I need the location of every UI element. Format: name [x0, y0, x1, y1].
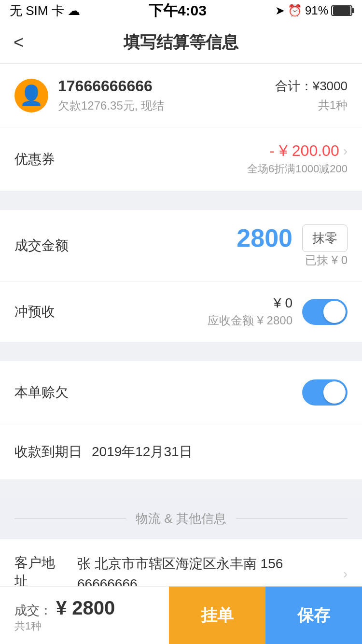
- bendan-toggle-knob: [323, 381, 346, 404]
- bottom-deal-row: 成交： ¥ 2800: [14, 597, 154, 619]
- section-divider-1: [0, 200, 362, 210]
- bendan-row: 本单赊欠: [0, 361, 362, 424]
- chong-toggle-knob: [323, 301, 346, 323]
- address-chevron-icon: ›: [343, 566, 348, 582]
- sep-line-right: [236, 518, 348, 519]
- chong-label: 冲预收: [14, 303, 208, 321]
- nav-bar: < 填写结算等信息: [0, 21, 362, 64]
- location-icon: ➤: [275, 4, 285, 17]
- bottom-deal-sub: 共1种: [14, 619, 154, 633]
- avatar: 👤: [14, 79, 48, 112]
- status-right: ➤ ⏰ 91%: [275, 4, 352, 17]
- deal-amount-value: 2800: [237, 224, 292, 252]
- customer-card: 👤 17666666666 欠款1276.35元, 现结 合计：¥3000 共1…: [0, 64, 362, 191]
- bottom-info: 成交： ¥ 2800 共1种: [0, 587, 169, 644]
- avatar-icon: 👤: [19, 84, 43, 107]
- deal-amount-label: 成交金额: [14, 237, 237, 255]
- sep-line-left: [14, 518, 126, 519]
- coupon-value: - ¥ 200.00: [270, 142, 339, 160]
- chong-sub: 应收金额 ¥ 2800: [208, 313, 292, 328]
- duedate-value: 2019年12月31日: [92, 443, 193, 461]
- coupon-row[interactable]: 优惠券 - ¥ 200.00 › 全场6折满1000减200: [0, 127, 362, 191]
- duedate-label: 收款到期日: [14, 443, 82, 461]
- deal-card: 成交金额 2800 抹零 已抹 ¥ 0 冲预收 ¥ 0 应收金额 ¥ 2800: [0, 210, 362, 342]
- bottom-deal-amount: ¥ 2800: [56, 597, 115, 619]
- section-divider-3: [0, 489, 362, 499]
- logistics-sep: 物流 & 其他信息: [0, 499, 362, 539]
- customer-info: 17666666666 欠款1276.35元, 现结: [58, 77, 275, 113]
- content: 👤 17666666666 欠款1276.35元, 现结 合计：¥3000 共1…: [0, 64, 362, 644]
- battery-percent: 91%: [305, 4, 328, 17]
- status-bar: 无 SIM 卡 ☁ 下午4:03 ➤ ⏰ 91%: [0, 0, 362, 21]
- bendan-label: 本单赊欠: [14, 383, 302, 402]
- deal-sub: 已抹 ¥ 0: [305, 252, 348, 268]
- chong-yushou-row: 冲预收 ¥ 0 应收金额 ¥ 2800: [0, 281, 362, 342]
- status-time: 下午4:03: [149, 1, 207, 21]
- back-button[interactable]: <: [14, 32, 24, 53]
- total-label: 合计：¥3000: [275, 78, 348, 95]
- bendan-toggle[interactable]: [302, 379, 348, 406]
- round-button[interactable]: 抹零: [302, 224, 348, 252]
- customer-total: 合计：¥3000 共1种: [275, 78, 348, 113]
- chong-amount: ¥ 0: [274, 295, 292, 311]
- chong-right: ¥ 0 应收金额 ¥ 2800: [208, 295, 292, 328]
- customer-phone: 17666666666: [58, 77, 275, 95]
- status-left: 无 SIM 卡 ☁: [10, 2, 80, 19]
- page-title: 填写结算等信息: [124, 31, 238, 54]
- coupon-sub: 全场6折满1000减200: [247, 162, 348, 176]
- logistics-text: 物流 & 其他信息: [126, 510, 236, 527]
- coupon-chevron-icon: ›: [343, 143, 348, 159]
- chong-toggle[interactable]: [302, 299, 348, 325]
- bottom-bar: 成交： ¥ 2800 共1种 挂单 保存: [0, 586, 362, 644]
- save-button[interactable]: 保存: [265, 587, 362, 644]
- customer-row: 👤 17666666666 欠款1276.35元, 现结 合计：¥3000 共1…: [0, 64, 362, 127]
- sim-text: 无 SIM 卡 ☁: [10, 2, 80, 19]
- alarm-icon: ⏰: [288, 4, 302, 17]
- total-sub: 共1种: [275, 98, 348, 113]
- section-divider-2: [0, 351, 362, 361]
- bottom-deal-label: 成交：: [14, 602, 52, 619]
- address-label: 客户地址: [14, 554, 63, 590]
- hang-button[interactable]: 挂单: [169, 587, 265, 644]
- deal-amount-row: 成交金额 2800 抹零 已抹 ¥ 0: [0, 210, 362, 281]
- bendan-card: 本单赊欠 收款到期日 2019年12月31日: [0, 361, 362, 479]
- battery-icon: [331, 5, 352, 16]
- duedate-row: 收款到期日 2019年12月31日: [0, 424, 362, 479]
- coupon-label: 优惠券: [14, 150, 55, 168]
- customer-sub: 欠款1276.35元, 现结: [58, 98, 275, 113]
